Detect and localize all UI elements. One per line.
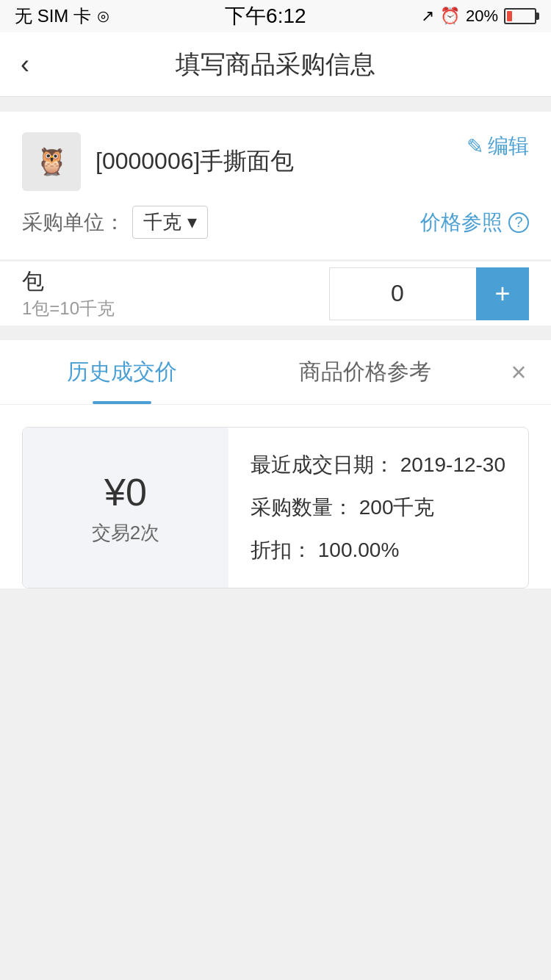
help-icon[interactable]: ?	[508, 212, 529, 233]
status-left: 无 SIM 卡 ⊙	[15, 4, 110, 28]
page-title: 填写商品采购信息	[176, 48, 375, 82]
battery-percent: 20%	[466, 7, 498, 26]
purchase-qty-label: 采购数量：	[251, 496, 353, 519]
quantity-plus-button[interactable]: +	[476, 267, 529, 320]
main-content-area	[0, 610, 551, 980]
history-price-value: ¥0	[104, 470, 147, 514]
product-name: [0000006]手撕面包	[96, 145, 294, 178]
tab-active-indicator	[93, 401, 151, 404]
history-discount: 折扣： 100.00%	[251, 535, 506, 566]
quantity-input-group: +	[329, 267, 529, 320]
price-ref-label: 价格参照	[420, 209, 503, 237]
history-trades-count: 交易2次	[92, 520, 159, 546]
status-time: 下午6:12	[225, 2, 306, 30]
history-card: ¥0 交易2次 最近成交日期： 2019-12-30 采购数量： 200千克 折…	[22, 427, 529, 588]
purchase-qty-value: 200千克	[359, 496, 435, 519]
edit-icon: ✎	[467, 134, 483, 159]
product-card: 🦉 [0000006]手撕面包 ✎ 编辑 采购单位： 千克 ▾ 价格参照 ?	[0, 112, 551, 259]
quantity-row: 包 1包=10千克 +	[0, 261, 551, 325]
tab-product-price-ref[interactable]: 商品价格参考	[243, 340, 486, 404]
discount-value: 100.00%	[318, 538, 400, 561]
recent-date-label: 最近成交日期：	[251, 453, 395, 476]
history-price-section: ¥0 交易2次	[23, 428, 228, 588]
history-details-section: 最近成交日期： 2019-12-30 采购数量： 200千克 折扣： 100.0…	[228, 428, 528, 588]
chevron-down-icon: ▾	[187, 211, 197, 234]
sim-signal: 无 SIM 卡 ⊙	[15, 4, 110, 28]
price-reference-button[interactable]: 价格参照 ?	[420, 209, 529, 237]
history-purchase-qty: 采购数量： 200千克	[251, 492, 506, 523]
quantity-conversion-label: 1包=10千克	[22, 297, 115, 320]
status-right: ↗ ⏰ 20%	[421, 7, 536, 26]
location-icon: ↗	[421, 7, 434, 26]
product-left: 🦉 [0000006]手撕面包	[22, 132, 294, 191]
nav-bar: ‹ 填写商品采购信息	[0, 32, 551, 97]
product-header: 🦉 [0000006]手撕面包 ✎ 编辑	[22, 132, 529, 191]
quantity-label-group: 包 1包=10千克	[22, 267, 115, 320]
unit-value: 千克	[143, 209, 181, 235]
edit-label: 编辑	[488, 132, 529, 160]
tab-history-label: 历史成交价	[67, 357, 177, 387]
tab-product-price-label: 商品价格参考	[299, 357, 431, 387]
tab-close-button[interactable]: ×	[486, 340, 551, 405]
recent-date-value: 2019-12-30	[400, 453, 505, 476]
alarm-icon: ⏰	[440, 7, 460, 26]
back-button[interactable]: ‹	[21, 49, 29, 80]
battery-fill	[507, 11, 512, 21]
tabs-container: 历史成交价 商品价格参考 × ¥0 交易2次 最近成交日期： 2019-12-3…	[0, 340, 551, 588]
status-bar: 无 SIM 卡 ⊙ 下午6:12 ↗ ⏰ 20%	[0, 0, 551, 32]
history-recent-date: 最近成交日期： 2019-12-30	[251, 450, 506, 480]
product-unit-row: 采购单位： 千克 ▾ 价格参照 ?	[22, 206, 529, 239]
quantity-input[interactable]	[329, 267, 476, 320]
unit-label: 采购单位：	[22, 209, 125, 237]
question-mark: ?	[514, 214, 522, 231]
edit-button[interactable]: ✎ 编辑	[467, 132, 529, 160]
tabs-header: 历史成交价 商品价格参考 ×	[0, 340, 551, 405]
product-logo-icon: 🦉	[35, 146, 68, 177]
quantity-unit-label: 包	[22, 267, 115, 297]
discount-label: 折扣：	[251, 538, 312, 561]
tab-history-price[interactable]: 历史成交价	[0, 340, 243, 404]
unit-select-dropdown[interactable]: 千克 ▾	[132, 206, 208, 239]
product-thumbnail: 🦉	[22, 132, 81, 191]
battery-icon	[504, 8, 536, 24]
